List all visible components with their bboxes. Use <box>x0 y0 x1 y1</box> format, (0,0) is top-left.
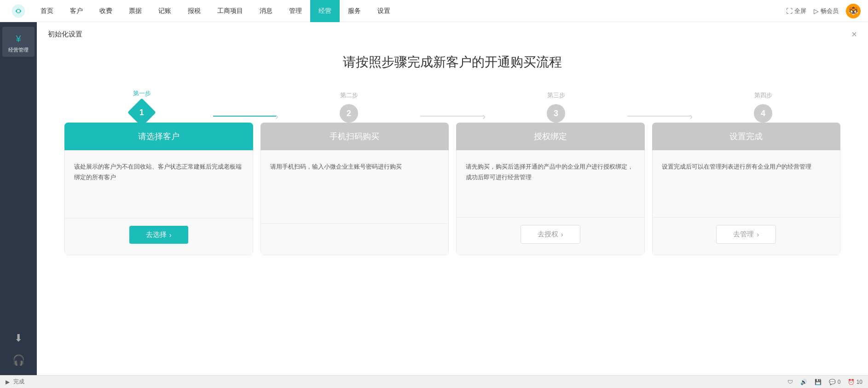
time-display: ⏰ 10 <box>848 379 862 385</box>
close-button[interactable]: × <box>851 29 857 39</box>
fullscreen-btn[interactable]: ⛶ 全屏 <box>786 7 806 15</box>
message-count: 💬 0 <box>829 379 840 385</box>
nav-customer[interactable]: 客户 <box>62 0 91 22</box>
sidebar-item-operation[interactable]: ¥ 经营管理 <box>2 27 35 57</box>
nav-bookkeep[interactable]: 记账 <box>150 0 179 22</box>
step3-card-footer: 去授权 › <box>456 218 645 255</box>
nav-items: 首页 客户 收费 票据 记账 报税 工商项目 消息 管理 经营 服务 设置 <box>32 0 786 22</box>
step4-action-button[interactable]: 去管理 › <box>716 225 776 244</box>
step4-label: 第四步 <box>754 91 772 100</box>
step3-action-button[interactable]: 去授权 › <box>521 225 580 244</box>
save-icon: 💾 <box>815 379 822 385</box>
volume-icon: 🔊 <box>800 379 807 385</box>
step4-circle: 4 <box>754 104 772 123</box>
nav-manage[interactable]: 管理 <box>281 0 310 22</box>
steps-content: 请按照步骤完成新客户的开通购买流程 第一步 1 › 第二步 <box>37 39 868 375</box>
nav-service[interactable]: 服务 <box>340 0 369 22</box>
step1-action-button[interactable]: 去选择 › <box>129 226 188 244</box>
step1-card-footer: 去选择 › <box>64 218 253 255</box>
headset-icon[interactable]: 🎧 <box>9 351 28 370</box>
step4-card-header: 设置完成 <box>652 123 841 150</box>
nav-right: ⛶ 全屏 ▷ 畅会员 🐯 <box>786 4 868 18</box>
step3-circle: 3 <box>547 104 565 123</box>
step-card-4: 设置完成 设置完成后可以在管理列表进行所有企业用户的经营管理 去管理 › <box>652 123 841 255</box>
status-label: 完成 <box>13 378 24 386</box>
yuan-icon: ¥ <box>12 32 25 45</box>
nav-fee[interactable]: 收费 <box>91 0 121 22</box>
avatar[interactable]: 🐯 <box>846 4 861 18</box>
step2-circle: 2 <box>340 104 358 123</box>
download-icon[interactable]: ⬇ <box>9 329 28 347</box>
step1-card-header: 请选择客户 <box>64 123 253 150</box>
play-icon: ▶ <box>6 379 10 385</box>
content-header: 初始化设置 × <box>37 22 868 39</box>
content-area: 初始化设置 × 请按照步骤完成新客户的开通购买流程 第一步 1 › <box>37 22 868 375</box>
nav-business[interactable]: 工商项目 <box>209 0 251 22</box>
nav-message[interactable]: 消息 <box>251 0 281 22</box>
step1-label: 第一步 <box>133 89 151 98</box>
sidebar-operation-label: 经营管理 <box>8 47 29 53</box>
page-title: 初始化设置 <box>48 30 82 39</box>
member-btn[interactable]: ▷ 畅会员 <box>814 7 839 15</box>
nav-home[interactable]: 首页 <box>32 0 62 22</box>
sidebar: ¥ 经营管理 ⬇ 🎧 <box>0 22 37 375</box>
status-bar: ▶ 完成 🛡 🔊 💾 💬 0 ⏰ 10 <box>0 375 868 388</box>
step-card-2: 手机扫码购买 请用手机扫码，输入小微企业主账号密码进行购买 <box>260 123 449 255</box>
nav-operation[interactable]: 经营 <box>310 0 340 22</box>
step4-card-body: 设置完成后可以在管理列表进行所有企业用户的经营管理 <box>652 150 841 218</box>
step-card-3: 授权绑定 请先购买，购买后选择开通的产品中的企业用户进行授权绑定，成功后即可进行… <box>456 123 645 255</box>
sidebar-bottom: ⬇ 🎧 <box>9 329 28 375</box>
top-nav: 首页 客户 收费 票据 记账 报税 工商项目 消息 管理 经营 服务 设置 ⛶ … <box>0 0 868 22</box>
shield-icon: 🛡 <box>787 379 793 385</box>
main-layout: ¥ 经营管理 ⬇ 🎧 初始化设置 × 请按照步骤完成新客户的开通购买流程 第一步… <box>0 22 868 375</box>
nav-settings[interactable]: 设置 <box>369 0 399 22</box>
steps-heading: 请按照步骤完成新客户的开通购买流程 <box>55 39 850 89</box>
app-logo <box>5 0 32 22</box>
step1-card-body: 该处展示的客户为不在回收站、客户状态正常建账后完成老板端绑定的所有客户 <box>64 150 253 218</box>
nav-bill[interactable]: 票据 <box>121 0 150 22</box>
status-bar-right: 🛡 🔊 💾 💬 0 ⏰ 10 <box>787 379 862 385</box>
step2-card-body: 请用手机扫码，输入小微企业主账号密码进行购买 <box>260 150 449 224</box>
step2-label: 第二步 <box>340 91 358 100</box>
step4-card-footer: 去管理 › <box>652 218 841 255</box>
step3-label: 第三步 <box>547 91 565 100</box>
step3-card-body: 请先购买，购买后选择开通的产品中的企业用户进行授权绑定，成功后即可进行经营管理 <box>456 150 645 218</box>
step2-card-header: 手机扫码购买 <box>260 123 449 150</box>
step2-card-footer <box>260 224 449 255</box>
svg-point-1 <box>17 9 20 12</box>
step-card-1: 请选择客户 该处展示的客户为不在回收站、客户状态正常建账后完成老板端绑定的所有客… <box>64 123 253 255</box>
nav-tax[interactable]: 报税 <box>179 0 209 22</box>
step3-card-header: 授权绑定 <box>456 123 645 150</box>
